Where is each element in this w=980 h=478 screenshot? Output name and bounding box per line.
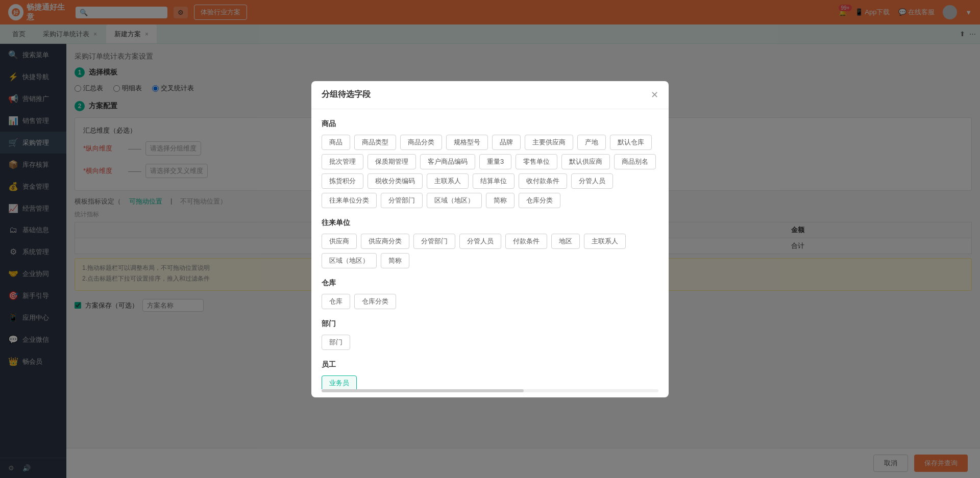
field-tag[interactable]: 商品别名 xyxy=(614,154,656,169)
field-tag[interactable]: 简称 xyxy=(381,253,409,268)
field-group-title: 商品 xyxy=(322,119,658,129)
field-tag[interactable]: 仓库分类 xyxy=(354,294,396,309)
field-tag[interactable]: 分管部门 xyxy=(413,234,455,249)
field-tag[interactable]: 分管部门 xyxy=(381,193,423,208)
field-group-title: 仓库 xyxy=(322,279,658,288)
field-tag[interactable]: 地区 xyxy=(551,234,580,249)
field-tag[interactable]: 主联系人 xyxy=(427,173,469,189)
field-tag[interactable]: 零售单位 xyxy=(516,154,557,169)
field-group-仓库: 仓库仓库仓库分类 xyxy=(322,279,658,309)
field-group-title: 员工 xyxy=(322,360,658,369)
field-group-title: 往来单位 xyxy=(322,218,658,228)
field-group-部门: 部门部门 xyxy=(322,319,658,350)
field-tag[interactable]: 区域（地区） xyxy=(427,193,482,208)
h-scroll-thumb xyxy=(322,389,524,392)
modal-title: 分组待选字段 xyxy=(322,89,371,100)
field-tag[interactable]: 默认仓库 xyxy=(610,135,652,150)
field-tags-往来单位: 供应商供应商分类分管部门分管人员付款条件地区主联系人区域（地区）简称 xyxy=(322,234,658,268)
field-tag[interactable]: 付款条件 xyxy=(505,234,547,249)
field-tag[interactable]: 区域（地区） xyxy=(322,253,377,268)
modal-horizontal-scrollbar[interactable] xyxy=(322,389,658,392)
field-tag[interactable]: 部门 xyxy=(322,335,350,350)
field-tag[interactable]: 保质期管理 xyxy=(368,154,416,169)
field-tag[interactable]: 业务员 xyxy=(322,375,357,389)
modal-header: 分组待选字段 ✕ xyxy=(311,81,669,109)
field-tag[interactable]: 收付款条件 xyxy=(519,173,567,189)
field-tags-商品: 商品商品类型商品分类规格型号品牌主要供应商产地默认仓库批次管理保质期管理客户商品… xyxy=(322,135,658,208)
field-tag[interactable]: 主联系人 xyxy=(584,234,626,249)
field-tags-员工: 业务员 xyxy=(322,375,658,389)
field-tag[interactable]: 品牌 xyxy=(492,135,521,150)
field-tag[interactable]: 结算单位 xyxy=(473,173,514,189)
field-tag[interactable]: 分管人员 xyxy=(459,234,501,249)
field-tag[interactable]: 往来单位分类 xyxy=(322,193,377,208)
field-tag[interactable]: 拣货积分 xyxy=(322,173,363,189)
field-group-往来单位: 往来单位供应商供应商分类分管部门分管人员付款条件地区主联系人区域（地区）简称 xyxy=(322,218,658,268)
field-tag[interactable]: 重量3 xyxy=(479,154,511,169)
modal-close-button[interactable]: ✕ xyxy=(651,89,658,100)
field-tag[interactable]: 商品分类 xyxy=(400,135,442,150)
field-select-modal: 分组待选字段 ✕ 商品商品商品类型商品分类规格型号品牌主要供应商产地默认仓库批次… xyxy=(311,81,669,397)
field-group-title: 部门 xyxy=(322,319,658,329)
field-tags-仓库: 仓库仓库分类 xyxy=(322,294,658,309)
field-tag[interactable]: 商品 xyxy=(322,135,350,150)
field-tag[interactable]: 产地 xyxy=(577,135,606,150)
field-tag[interactable]: 商品类型 xyxy=(354,135,396,150)
field-tag[interactable]: 供应商 xyxy=(322,234,357,249)
field-tag[interactable]: 分管人员 xyxy=(571,173,613,189)
field-tag[interactable]: 税收分类编码 xyxy=(368,173,423,189)
field-tag[interactable]: 规格型号 xyxy=(446,135,488,150)
field-tag[interactable]: 默认供应商 xyxy=(561,154,610,169)
field-tag[interactable]: 仓库 xyxy=(322,294,350,309)
field-tag[interactable]: 主要供应商 xyxy=(525,135,573,150)
field-tag[interactable]: 批次管理 xyxy=(322,154,363,169)
modal-body: 商品商品商品类型商品分类规格型号品牌主要供应商产地默认仓库批次管理保质期管理客户… xyxy=(311,109,669,389)
field-group-员工: 员工业务员 xyxy=(322,360,658,389)
field-group-商品: 商品商品商品类型商品分类规格型号品牌主要供应商产地默认仓库批次管理保质期管理客户… xyxy=(322,119,658,208)
field-tag[interactable]: 客户商品编码 xyxy=(420,154,475,169)
field-tags-部门: 部门 xyxy=(322,335,658,350)
modal-overlay: 分组待选字段 ✕ 商品商品商品类型商品分类规格型号品牌主要供应商产地默认仓库批次… xyxy=(0,0,980,478)
field-tag[interactable]: 供应商分类 xyxy=(361,234,409,249)
field-tag[interactable]: 简称 xyxy=(486,193,514,208)
field-tag[interactable]: 仓库分类 xyxy=(519,193,560,208)
